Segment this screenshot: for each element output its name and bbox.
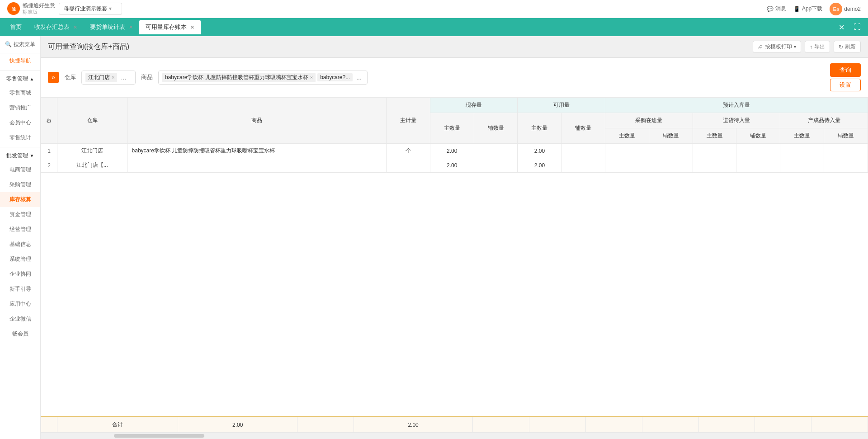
product-more-dots[interactable]: ... [354, 74, 363, 81]
tab-order-stats-label: 要货单统计表 [90, 23, 125, 31]
col-pending-main-qty-header: 主数量 [693, 128, 736, 144]
footer-pending-main-qty [642, 417, 698, 433]
tab-order-stats[interactable]: 要货单统计表 ✕ [84, 20, 139, 34]
col-purchase-main-qty-header: 主数量 [605, 128, 649, 144]
sidebar-item-enterprise-wechat[interactable]: 企业微信 [0, 312, 40, 326]
sidebar: 🔍 搜索菜单 快捷导航 零售管理 ▲ 零售商城 营销推广 会员中心 零售统计 批… [0, 36, 41, 439]
tab-receive-summary[interactable]: 收发存汇总表 ✕ [28, 20, 84, 34]
footer-row: 合计 2.00 2.00 [41, 417, 868, 433]
query-button[interactable]: 查询 [830, 63, 861, 77]
sidebar-item-marketing[interactable]: 营销推广 [0, 100, 40, 115]
tab-receive-summary-close[interactable]: ✕ [73, 24, 77, 30]
col-planned-inbound-header: 预计入库量 [605, 98, 868, 113]
sidebar-divider-2 [0, 147, 40, 147]
logo-main-text: 畅捷通好生意 [23, 2, 55, 9]
print-button[interactable]: 🖨 按模板打印 ▾ [753, 41, 801, 53]
row-1-main-unit: 个 [387, 144, 430, 158]
scroll-thumb[interactable] [114, 434, 204, 438]
sidebar-item-purchase-mgmt[interactable]: 采购管理 [0, 177, 40, 192]
row-1-purchase-aux-qty [649, 144, 693, 158]
sidebar-divider-1 [0, 70, 40, 71]
product-tag-1-remove[interactable]: × [310, 75, 313, 80]
footer-empty-1 [41, 417, 57, 433]
export-button[interactable]: ↑ 导出 [805, 41, 830, 53]
logo-text-area: 畅捷通好生意 标准版 [23, 2, 55, 15]
col-pending-inbound-header: 进货待入量 [693, 113, 780, 128]
chevron-down-icon: ▾ [794, 44, 796, 49]
tab-home[interactable]: 首页 [4, 20, 28, 34]
row-1-finished-aux-qty [824, 144, 868, 158]
warehouse-tag: 江北门店 × [85, 73, 117, 82]
warehouse-input[interactable]: 江北门店 × ... [81, 71, 136, 85]
warehouse-tag-remove[interactable]: × [112, 75, 114, 80]
table-row: 1 江北门店 babycare学饮杯 儿童防摔防撞吸管杯重力球吸嘴杯宝宝水杯 个… [41, 144, 868, 158]
tab-order-stats-close[interactable]: ✕ [129, 24, 133, 30]
sidebar-item-retail-mgmt[interactable]: 零售管理 ▲ [0, 72, 40, 85]
filter-toggle-button[interactable]: » [48, 72, 59, 83]
sidebar-item-finance[interactable]: 资金管理 [0, 207, 40, 222]
sidebar-item-member[interactable]: 畅会员 [0, 326, 40, 341]
sidebar-item-wholesale-mgmt[interactable]: 批发管理 ▼ [0, 149, 40, 162]
product-tag-2: babycare?... [317, 73, 353, 81]
warehouse-more-dots[interactable]: ... [119, 74, 128, 81]
industry-selector[interactable]: 母婴行业演示账套 ▾ [59, 3, 122, 15]
tab-home-label: 首页 [10, 23, 22, 31]
row-2-stock-main-qty: 2.00 [430, 158, 474, 173]
message-button[interactable]: 💬 消息 [767, 5, 786, 13]
row-1-pending-aux-qty [736, 144, 780, 158]
filter-row: 仓库 江北门店 × ... 商品 babycare学饮杯 儿童防摔防撞吸管杯重力… [64, 71, 825, 85]
warehouse-label: 仓库 [64, 73, 76, 81]
col-product-header: 商品 [127, 98, 387, 144]
footer-purchase-aux-qty [585, 417, 642, 433]
sidebar-item-retail-stats[interactable]: 零售统计 [0, 130, 40, 145]
product-input[interactable]: babycare学饮杯 儿童防摔防撞吸管杯重力球吸嘴杯宝宝水杯 × babyca… [158, 71, 368, 85]
row-2-warehouse: 江北门店【... [57, 158, 127, 173]
col-stock-main-qty-header: 主数量 [430, 113, 474, 144]
row-2-finished-main-qty [780, 158, 824, 173]
row-1-finished-main-qty [780, 144, 824, 158]
sidebar-item-operations[interactable]: 经营管理 [0, 222, 40, 237]
col-main-unit-header: 主计量 [387, 98, 430, 144]
user-menu[interactable]: Ea demo2 [830, 3, 861, 15]
sidebar-search[interactable]: 🔍 搜索菜单 [0, 36, 40, 53]
logo-subtitle-text: 标准版 [23, 9, 55, 15]
row-2-num: 2 [41, 158, 57, 173]
row-1-product: babycare学饮杯 儿童防摔防撞吸管杯重力球吸嘴杯宝宝水杯 [127, 144, 387, 158]
sidebar-item-inventory[interactable]: 库存核算 [0, 192, 40, 207]
row-2-stock-aux-qty [474, 158, 518, 173]
col-stock-aux-qty-header: 辅数量 [474, 113, 518, 144]
sidebar-item-app-center[interactable]: 应用中心 [0, 297, 40, 312]
row-1-pending-main-qty [693, 144, 736, 158]
sidebar-item-ecommerce[interactable]: 电商管理 [0, 162, 40, 177]
footer-finished-aux-qty [811, 417, 868, 433]
sidebar-item-enterprise-collab[interactable]: 企业协同 [0, 267, 40, 282]
row-2-available-aux-qty [561, 158, 605, 173]
col-warehouse-header: 仓库 [57, 98, 127, 144]
tab-available-stock[interactable]: 可用量库存账本 ✕ [139, 20, 201, 34]
refresh-button[interactable]: ↻ 刷新 [834, 41, 861, 53]
print-icon: 🖨 [758, 44, 763, 50]
horizontal-scrollbar[interactable] [41, 433, 868, 439]
sidebar-item-retail-mall[interactable]: 零售商城 [0, 85, 40, 100]
sidebar-item-member-center[interactable]: 会员中心 [0, 115, 40, 130]
settings-button[interactable]: 设置 [830, 79, 861, 91]
col-available-aux-qty-header: 辅数量 [561, 113, 605, 144]
table-row: 2 江北门店【... 2.00 2.00 [41, 158, 868, 173]
page-header: 可用量查询(按仓库+商品) 🖨 按模板打印 ▾ ↑ 导出 ↻ 刷新 [41, 36, 868, 58]
tab-available-stock-close[interactable]: ✕ [190, 24, 194, 30]
sidebar-item-new-guide[interactable]: 新手引导 [0, 282, 40, 297]
col-current-stock-header: 现存量 [430, 98, 518, 113]
page-title: 可用量查询(按仓库+商品) [48, 42, 129, 52]
sidebar-item-basic-info[interactable]: 基础信息 [0, 237, 40, 252]
close-all-tabs-button[interactable]: ✕ [835, 21, 848, 33]
footer-table: 合计 2.00 2.00 [41, 417, 868, 433]
expand-tabs-button[interactable]: ⛶ [850, 21, 864, 33]
sidebar-item-system-mgmt[interactable]: 系统管理 [0, 252, 40, 267]
phone-icon: 📱 [793, 6, 800, 12]
row-2-purchase-aux-qty [649, 158, 693, 173]
footer-available-aux-qty [473, 417, 529, 433]
table-footer-area: 合计 2.00 2.00 [41, 416, 868, 433]
sidebar-item-quick-nav[interactable]: 快捷导航 [0, 53, 40, 68]
app-download-button[interactable]: 📱 App下载 [793, 5, 822, 13]
table-settings-icon[interactable]: ⚙ [46, 117, 52, 124]
